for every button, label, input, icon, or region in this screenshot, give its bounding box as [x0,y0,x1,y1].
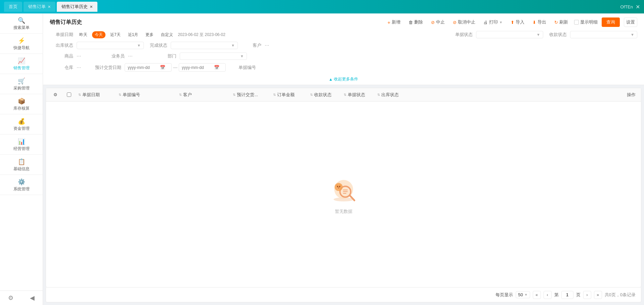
sidebar-item-inventory-label: 库存核算 [13,106,30,111]
order-status-select[interactable]: ▼ [476,31,543,38]
stock-out-select[interactable]: ▼ [77,42,144,49]
th-checkbox[interactable] [62,92,76,97]
sidebar-item-inventory[interactable]: 📦 库存核算 [0,94,43,114]
date-btn-custom[interactable]: 自定义 [158,31,176,38]
sidebar-item-sales-mgmt[interactable]: 📈 销售管理 [0,54,43,74]
settings-bottom-icon[interactable]: ⚙ [8,294,13,302]
date-btn-1month[interactable]: 近1月 [125,31,141,38]
page-number-input[interactable] [561,291,573,299]
import-button[interactable]: ⬆ 导入 [509,18,526,27]
content-area: 销售订单历史 + 新增 🗑 删除 ⊘ 中止 ⊘ [43,13,644,305]
date-filter-label: 单据日期 [50,32,77,38]
svg-point-7 [335,183,343,191]
tab-sales-order-history-close[interactable]: ✕ [90,5,93,9]
pagination-bar: 每页显示 50 ▼ « ‹ 第 页 › » 共0页，0条记录 [46,288,641,302]
salesperson-select-dots[interactable]: ··· [128,53,132,59]
th-stock-status[interactable]: ⇅ 出库状态 [375,92,408,98]
customer-select-dots[interactable]: ··· [265,42,269,48]
date-btn-7days[interactable]: 近7天 [108,31,123,38]
th-date[interactable]: ⇅ 单据日期 [76,92,116,98]
delivery-date-to[interactable]: 📅 [179,63,226,72]
sidebar-item-finance[interactable]: 💰 资金管理 [0,114,43,135]
receipt-status-select[interactable]: ▼ [570,31,637,38]
sidebar-item-operations[interactable]: 📊 经营管理 [0,135,43,155]
cancel-stop-button[interactable]: ⊘ 取消中止 [451,18,477,27]
sidebar-item-sys-mgmt[interactable]: ⚙️ 系统管理 [0,175,43,195]
delivery-date-from-input[interactable] [128,65,158,70]
print-button[interactable]: 🖨 打印 ▼ [481,18,505,27]
first-page-button[interactable]: « [533,291,541,299]
calendar-to-icon[interactable]: 📅 [214,65,219,70]
sys-mgmt-icon: ⚙️ [18,179,25,185]
purchase-mgmt-icon: 🛒 [18,78,25,84]
sidebar-item-quick-nav-label: 快捷导航 [13,45,30,51]
delivery-date-to-input[interactable] [182,65,212,70]
new-button[interactable]: + 新增 [385,18,402,27]
th-delivery[interactable]: ⇅ 预计交货... [230,92,270,98]
select-all-checkbox[interactable] [67,92,71,97]
per-page-label: 每页显示 [496,292,513,298]
sidebar-item-purchase-mgmt[interactable]: 🛒 采购管理 [0,74,43,94]
query-button[interactable]: 查询 [602,17,620,27]
delivery-date-from[interactable]: 📅 [125,63,172,72]
display-detail-checkbox[interactable] [574,20,579,25]
tab-sales-order-history[interactable]: 销售订单历史 ✕ [57,2,97,12]
product-select-dots[interactable]: ··· [77,53,81,59]
page-title: 销售订单历史 [50,19,82,26]
collapse-bar[interactable]: ▲ 收起更多条件 [50,75,637,85]
tab-bar: 首页 销售订单 ✕ 销售订单历史 ✕ [4,2,619,12]
sort-icon-customer: ⇅ [179,93,182,97]
th-receipt-status[interactable]: ⇅ 收款状态 [307,92,341,98]
top-bar-right: OfTEn ✕ [620,4,640,10]
th-order-status[interactable]: ⇅ 单据状态 [341,92,375,98]
sidebar-item-quick-nav[interactable]: ⚡ 快捷导航 [0,34,43,54]
date-filter-buttons: 昨天 今天 近7天 近1月 更多 自定义 2023-06-02 至 2023-0… [77,31,225,38]
tab-sales-order-close[interactable]: ✕ [48,5,51,9]
th-number[interactable]: ⇅ 单据编号 [116,92,176,98]
sidebar-item-sys-mgmt-label: 系统管理 [13,186,30,192]
empty-text: 暂无数据 [335,208,352,215]
refresh-button[interactable]: ↻ 刷新 [552,18,570,27]
th-amount[interactable]: ⇅ 订单金额 [270,92,307,98]
table-header: ⚙ ⇅ 单据日期 ⇅ 单据编号 ⇅ 客户 ⇅ [46,88,641,102]
tab-sales-order[interactable]: 销售订单 ✕ [24,2,55,12]
table-body: 暂无数据 [46,102,641,287]
sidebar-item-search-menu[interactable]: 🔍 搜索菜单 [0,13,43,34]
next-page-button[interactable]: › [583,291,591,299]
empty-state: 暂无数据 [327,174,360,215]
department-select[interactable]: ▼ [180,52,247,60]
date-btn-yesterday[interactable]: 昨天 [77,31,90,38]
per-page-select[interactable]: 50 ▼ [516,291,530,298]
export-button[interactable]: ⬇ 导出 [530,18,548,27]
complete-status-select[interactable]: ▼ [171,42,238,49]
th-customer[interactable]: ⇅ 客户 [176,92,230,98]
prev-page-button[interactable]: ‹ [544,291,552,299]
filter-row-4: 仓库 ··· 预计交货日期 📅 — 📅 单据编号 [50,63,637,72]
calendar-from-icon[interactable]: 📅 [160,65,165,70]
last-page-button[interactable]: » [594,291,602,299]
sidebar-bottom: ⚙ ◀ [0,291,43,305]
export-icon: ⬇ [532,20,536,25]
settings-button[interactable]: 设置 [624,17,637,27]
department-arrow-icon: ▼ [240,54,244,58]
date-btn-today[interactable]: 今天 [92,31,105,38]
window-close-icon[interactable]: ✕ [636,4,640,10]
date-btn-more[interactable]: 更多 [143,31,156,38]
tab-home[interactable]: 首页 [4,2,22,12]
svg-point-11 [339,186,340,187]
filter-row-2: 出库状态 ▼ 完成状态 ▼ 客户 ··· [50,42,637,49]
salesperson-label: 业务员 [101,53,128,59]
warehouse-select-dots[interactable]: ··· [77,65,81,71]
page-label: 第 [554,292,559,298]
stop-button[interactable]: ⊘ 中止 [429,18,447,27]
last-page-icon: » [597,293,599,297]
collapse-icon[interactable]: ◀ [30,294,35,302]
table-settings-icon[interactable]: ⚙ [53,92,57,97]
sidebar-item-base-info[interactable]: 📋 基础信息 [0,155,43,175]
new-icon: + [387,20,390,25]
delete-button[interactable]: 🗑 删除 [406,18,425,27]
display-toggle[interactable]: 显示明细 [574,19,598,25]
quick-nav-icon: ⚡ [18,38,25,44]
th-settings[interactable]: ⚙ [49,92,62,97]
svg-point-12 [338,188,339,189]
